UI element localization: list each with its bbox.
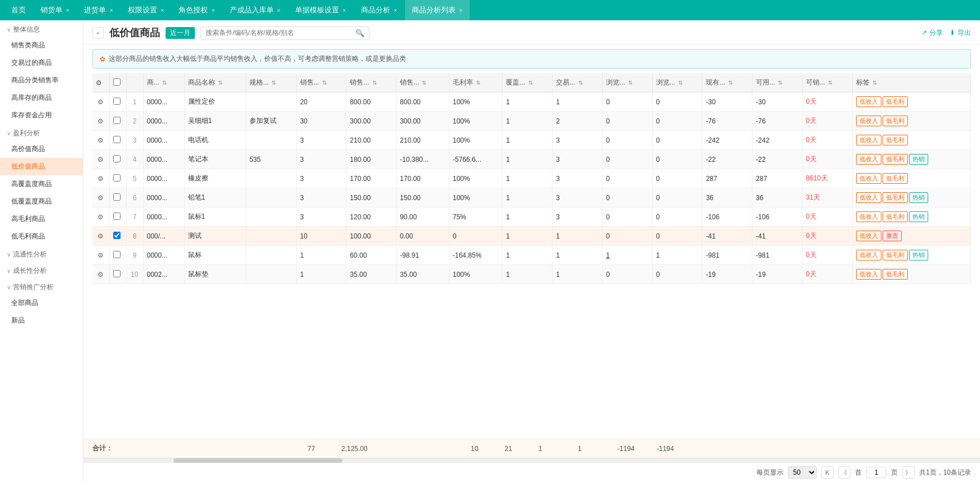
col-stock1[interactable]: 现有... ⇅ xyxy=(702,73,752,92)
col-code[interactable]: 商... ⇅ xyxy=(143,73,184,92)
sidebar-item-商品分类销售率[interactable]: 商品分类销售率 xyxy=(0,72,83,89)
table-wrapper[interactable]: ⚙ 商... ⇅ 商品名称 ⇅ 规格... ⇅ 销售... ⇅ 销售... ⇅ … xyxy=(83,73,980,439)
sidebar-item-高价值商品[interactable]: 高价值商品 xyxy=(0,140,83,158)
close-tab-icon[interactable]: × xyxy=(277,7,280,14)
row-checkbox-cell[interactable] xyxy=(109,169,126,188)
row-checkbox-cell[interactable] xyxy=(109,131,126,150)
page-size-select[interactable]: 50 100 200 xyxy=(788,466,817,479)
col-cover[interactable]: 覆盖... ⇅ xyxy=(502,73,553,92)
nav-item-商品分析列表[interactable]: 商品分析列表× xyxy=(405,0,469,20)
row-checkbox-cell[interactable] xyxy=(109,227,126,246)
col-sellable[interactable]: 可销... ⇅ xyxy=(802,73,852,92)
col-stock2[interactable]: 可用... ⇅ xyxy=(752,73,803,92)
row-checkbox-cell[interactable] xyxy=(109,188,126,207)
col-name[interactable]: 商品名称 ⇅ xyxy=(184,73,246,92)
row-checkbox[interactable] xyxy=(113,136,121,143)
row-checkbox-cell[interactable] xyxy=(109,246,126,265)
row-gear[interactable]: ⚙ xyxy=(92,265,109,284)
nav-item-角色授权[interactable]: 角色授权× xyxy=(172,0,221,20)
row-checkbox-cell[interactable] xyxy=(109,112,126,131)
close-tab-icon[interactable]: × xyxy=(66,7,69,14)
nav-item-销货单[interactable]: 销货单× xyxy=(34,0,76,20)
row-gear[interactable]: ⚙ xyxy=(92,169,109,188)
share-button[interactable]: ↗ 分享 xyxy=(921,28,943,38)
prev-page-button[interactable]: 《 xyxy=(838,466,850,479)
horizontal-scrollbar[interactable] xyxy=(83,458,980,462)
filter-tag-recent-month[interactable]: 近一月 xyxy=(166,27,195,39)
row-checkbox[interactable] xyxy=(113,251,121,258)
first-page-button[interactable]: K xyxy=(821,466,834,479)
nav-item-进货单[interactable]: 进货单× xyxy=(77,0,119,20)
nav-item-商品分析[interactable]: 商品分析× xyxy=(354,0,404,20)
collapse-button[interactable]: « xyxy=(92,27,104,38)
sidebar-item-销售类商品[interactable]: 销售类商品 xyxy=(0,37,83,54)
close-tab-icon[interactable]: × xyxy=(342,7,346,14)
col-trade[interactable]: 交易... ⇅ xyxy=(553,73,603,92)
col-spec[interactable]: 规格... ⇅ xyxy=(246,73,296,92)
row-stock2: -106 xyxy=(752,207,803,227)
close-tab-icon[interactable]: × xyxy=(459,7,462,14)
row-checkbox[interactable] xyxy=(113,155,121,162)
sidebar-item-低覆盖度商品[interactable]: 低覆盖度商品 xyxy=(0,193,83,210)
close-tab-icon[interactable]: × xyxy=(211,7,215,14)
close-tab-icon[interactable]: × xyxy=(394,7,397,14)
search-input[interactable] xyxy=(206,29,352,37)
sidebar-item-高毛利商品[interactable]: 高毛利商品 xyxy=(0,210,83,228)
row-gear[interactable]: ⚙ xyxy=(92,112,109,131)
nav-item-产成品入库单[interactable]: 产成品入库单× xyxy=(223,0,287,20)
row-gear[interactable]: ⚙ xyxy=(92,227,109,246)
search-icon[interactable]: 🔍 xyxy=(355,29,364,37)
col-browse2[interactable]: 浏览... ⇅ xyxy=(652,73,702,92)
sidebar-section-成长性分析[interactable]: ∨成长性分析 xyxy=(0,262,83,278)
row-checkbox-cell[interactable] xyxy=(109,265,126,284)
select-all-checkbox[interactable] xyxy=(113,78,121,86)
row-sales1: 1 xyxy=(296,246,346,265)
sidebar-item-高库存的商品[interactable]: 高库存的商品 xyxy=(0,89,83,107)
col-gear[interactable]: ⚙ xyxy=(92,73,109,92)
row-checkbox-cell[interactable] xyxy=(109,92,126,112)
col-sales2[interactable]: 销售... ⇅ xyxy=(346,73,397,92)
row-checkbox[interactable] xyxy=(113,174,121,182)
col-browse1[interactable]: 浏览... ⇅ xyxy=(602,73,652,92)
row-gear[interactable]: ⚙ xyxy=(92,246,109,265)
row-gear[interactable]: ⚙ xyxy=(92,207,109,227)
row-checkbox-cell[interactable] xyxy=(109,150,126,169)
row-checkbox[interactable] xyxy=(113,193,121,201)
scrollbar-thumb[interactable] xyxy=(173,458,342,463)
close-tab-icon[interactable]: × xyxy=(161,7,164,14)
row-gear[interactable]: ⚙ xyxy=(92,188,109,207)
next-page-button[interactable]: 》 xyxy=(902,466,915,479)
export-button[interactable]: ⬇ 导出 xyxy=(950,28,971,38)
sidebar-item-高覆盖度商品[interactable]: 高覆盖度商品 xyxy=(0,175,83,193)
row-sales2: 100.00 xyxy=(346,227,397,246)
row-checkbox[interactable] xyxy=(113,117,121,124)
sidebar-section-整体信息[interactable]: ∨整体信息 xyxy=(0,20,83,37)
sidebar-item-新品[interactable]: 新品 xyxy=(0,312,83,329)
row-gear[interactable]: ⚙ xyxy=(92,150,109,169)
sidebar-item-低毛利商品[interactable]: 低毛利商品 xyxy=(0,228,83,245)
row-checkbox[interactable] xyxy=(113,213,121,220)
col-sales1[interactable]: 销售... ⇅ xyxy=(296,73,346,92)
nav-item-单据模板设置[interactable]: 单据模板设置× xyxy=(288,0,353,20)
sidebar-item-低价值商品[interactable]: 低价值商品 xyxy=(0,158,83,175)
col-sales3[interactable]: 销售... ⇅ xyxy=(397,73,449,92)
sidebar-item-全部商品[interactable]: 全部商品 xyxy=(0,294,83,312)
sidebar-item-库存资金占用[interactable]: 库存资金占用 xyxy=(0,107,83,124)
sidebar-section-盈利分析[interactable]: ∨盈利分析 xyxy=(0,124,83,140)
col-checkbox[interactable] xyxy=(109,73,126,92)
sidebar-section-营销推广分析[interactable]: ∨营销推广分析 xyxy=(0,278,83,294)
nav-item-权限设置[interactable]: 权限设置× xyxy=(121,0,171,20)
row-checkbox[interactable] xyxy=(113,270,121,277)
sidebar-item-交易过的商品[interactable]: 交易过的商品 xyxy=(0,54,83,72)
page-number-input[interactable] xyxy=(866,467,887,478)
close-tab-icon[interactable]: × xyxy=(109,7,113,14)
row-gear[interactable]: ⚙ xyxy=(92,131,109,150)
row-checkbox[interactable] xyxy=(113,232,121,239)
row-gear[interactable]: ⚙ xyxy=(92,92,109,112)
row-checkbox-cell[interactable] xyxy=(109,207,126,227)
row-checkbox[interactable] xyxy=(113,98,121,105)
nav-item-首页[interactable]: 首页 xyxy=(5,0,33,20)
sidebar-section-流通性分析[interactable]: ∨流通性分析 xyxy=(0,245,83,262)
col-tag[interactable]: 标签 ⇅ xyxy=(852,73,970,92)
col-margin[interactable]: 毛利率 ⇅ xyxy=(449,73,502,92)
